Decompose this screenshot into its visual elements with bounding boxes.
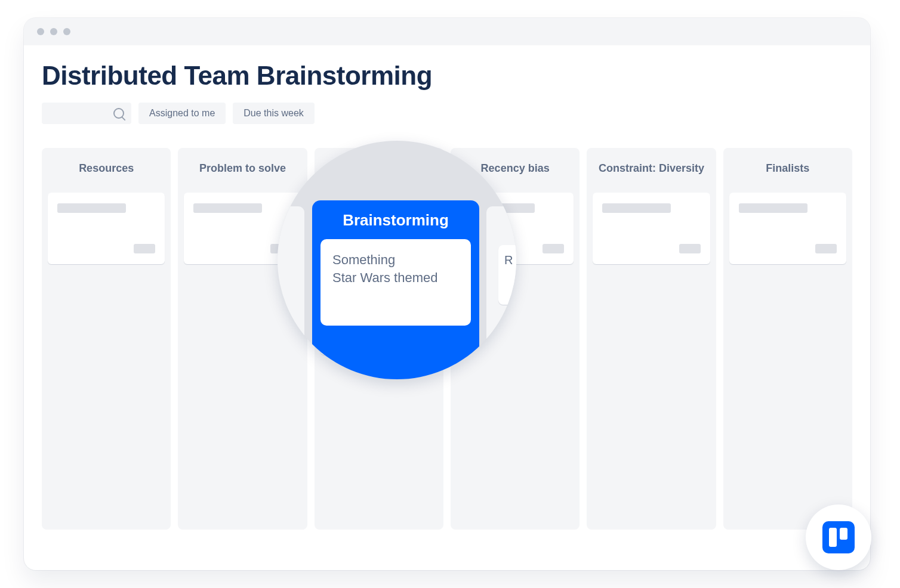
- magnifier-card[interactable]: Something Star Wars themed: [320, 239, 471, 326]
- window-minimize-dot[interactable]: [50, 28, 57, 35]
- placeholder-line: [193, 203, 262, 213]
- magnifier-focused-list: Brainstorming Something Star Wars themed: [312, 200, 479, 379]
- window-maximize-dot[interactable]: [63, 28, 70, 35]
- list-title: Problem to solve: [184, 162, 301, 175]
- window-titlebar: [24, 18, 870, 45]
- filter-due-this-week[interactable]: Due this week: [233, 103, 315, 124]
- card-placeholder[interactable]: [48, 193, 165, 264]
- placeholder-line: [602, 203, 671, 213]
- list-title: Finalists: [729, 162, 846, 175]
- brand-badge: [806, 505, 871, 570]
- board-title: Distributed Team Brainstorming: [42, 61, 852, 91]
- placeholder-tag: [679, 244, 701, 253]
- board-content: Distributed Team Brainstorming Assigned …: [24, 45, 870, 570]
- magnifier-card-text: Something Star Wars themed: [332, 252, 437, 285]
- filter-row: Assigned to me Due this week: [42, 103, 852, 124]
- filter-assigned-to-me[interactable]: Assigned to me: [138, 103, 226, 124]
- list-constraint-diversity[interactable]: Constraint: Diversity: [587, 148, 716, 530]
- search-input[interactable]: [42, 103, 131, 124]
- list-title: Constraint: Diversity: [593, 162, 710, 175]
- list-title: Resources: [48, 162, 165, 175]
- window-close-dot[interactable]: [37, 28, 44, 35]
- placeholder-tag: [815, 244, 837, 253]
- list-resources[interactable]: Resources: [42, 148, 171, 530]
- magnifier-lens: Brainstorming Something Star Wars themed…: [278, 141, 516, 379]
- placeholder-line: [57, 203, 126, 213]
- search-icon: [113, 108, 124, 119]
- trello-logo-icon: [822, 521, 855, 553]
- placeholder-tag: [134, 244, 155, 253]
- card-placeholder[interactable]: [729, 193, 846, 264]
- placeholder-line: [739, 203, 807, 213]
- browser-window: Distributed Team Brainstorming Assigned …: [24, 18, 870, 570]
- placeholder-tag: [543, 244, 564, 253]
- list-finalists[interactable]: Finalists: [723, 148, 852, 530]
- card-placeholder[interactable]: [593, 193, 710, 264]
- magnifier-list-title: Brainstorming: [320, 211, 471, 230]
- list-problem-to-solve[interactable]: Problem to solve: [178, 148, 307, 530]
